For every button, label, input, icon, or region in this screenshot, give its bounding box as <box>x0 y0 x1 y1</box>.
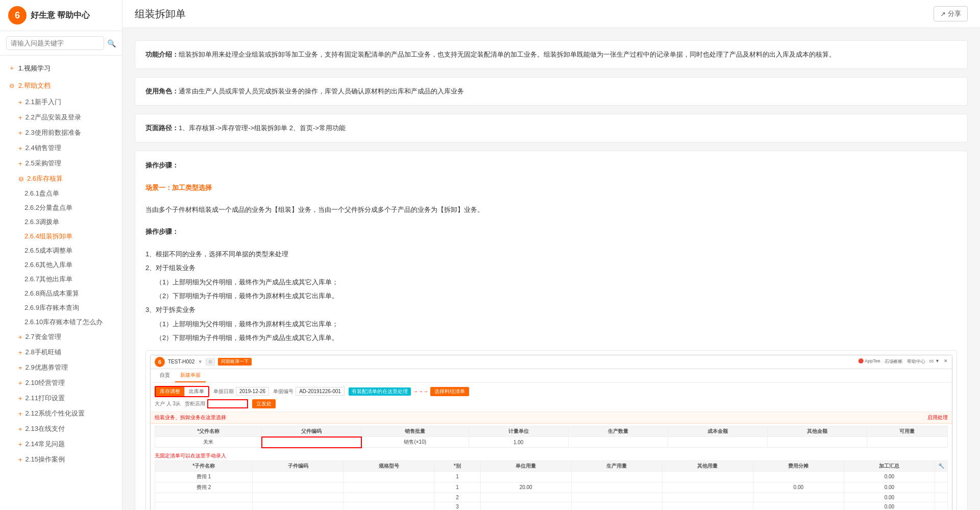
sidebar-sub-docs: + 2.1新手入门 + 2.2产品安装及登录 + 2.3使用前数据准备 + 2.… <box>0 94 122 467</box>
mock-number-input[interactable]: AD-20191226-001 <box>296 387 345 396</box>
mock-type-selector: 库存调整 出库单 <box>155 386 209 397</box>
intro-card: 功能介绍：组装拆卸单用来处理企业组装或拆卸等加工业务，支持有固定装配清单的产品加… <box>135 40 968 69</box>
sidebar-item-sales[interactable]: + 2.4销售管理 <box>0 140 122 156</box>
sidebar-item-custom[interactable]: + 2.12系统个性化设置 <box>0 406 122 421</box>
role-card: 使用角色：通常由生产人员或库管人员完成拆装业务的操作，库管人员确认原材料的出库和… <box>135 77 968 106</box>
sidebar-sub-inventory: 2.6.1盘点单 2.6.2分量盘点单 2.6.3调拨单 2.6.4组装拆卸单 … <box>0 186 122 329</box>
sub-table-row: 费用 2120.000.000.00 <box>155 482 948 493</box>
main-header: 组装拆卸单 ↗ 分享 <box>122 0 980 28</box>
table-row: 关米 销售(×10) 1.00 <box>155 437 948 448</box>
sidebar-item-other-out[interactable]: 2.6.7其他出库单 <box>0 272 122 286</box>
sidebar-item-count2[interactable]: 2.6.2分量盘点单 <box>0 201 122 215</box>
mock-form-area: 库存调整 出库单 单据日期 2019-12-26 单据编号 AD-2019122… <box>151 383 952 412</box>
sidebar-item-other-in[interactable]: 2.6.6其他入库单 <box>0 258 122 272</box>
sidebar-item-operation[interactable]: + 2.10经营管理 <box>0 375 122 391</box>
sidebar-item-stock-error[interactable]: 2.6.10库存账本错了怎么办 <box>0 315 122 329</box>
mock-period: ⚙ <box>206 358 215 366</box>
step2: 2、对于组装业务 <box>145 262 957 274</box>
scene-desc: 当由多个子件材料组装成一个成品的业务为【组装】业务，当由一个父件拆分成多个子产品… <box>145 204 957 215</box>
mock-select-btn[interactable]: 选择料结清单 <box>430 387 469 396</box>
steps-sub-title: 操作步骤： <box>145 226 957 237</box>
mock-company: TEST-H002 <box>168 359 194 365</box>
sidebar-item-assembly[interactable]: 2.6.4组装拆卸单 <box>0 229 122 244</box>
mock-logo: 6 <box>155 357 165 367</box>
nav-list: + 1.视频学习 ⊖ 2.帮助文档 + 2.1新手入门 + 2.2产品安装及登录… <box>0 56 122 471</box>
mock-lower-table-wrap: 无固定清单可以在这里手动录入 *子件名称 子件编码 规格型号 *别 单位用量 <box>151 450 952 510</box>
steps-section: 操作步骤： 场景一：加工类型选择 当由多个子件材料组装成一个成品的业务为【组装】… <box>135 151 968 510</box>
sidebar-item-docs[interactable]: ⊖ 2.帮助文档 <box>0 77 122 94</box>
sidebar-item-cases[interactable]: + 2.15操作案例 <box>0 452 122 467</box>
mock-date-input[interactable]: 2019-12-26 <box>236 387 269 396</box>
sidebar-item-faq[interactable]: + 2.14常见问题 <box>0 436 122 452</box>
mock-ok-btn[interactable]: 立发处 <box>252 399 276 408</box>
step1: 1、根据不同的业务，选择不同单据的类型来处理 <box>145 248 957 260</box>
page-title: 组装拆卸单 <box>135 7 186 21</box>
mock-nav-home[interactable]: 自贡 <box>155 369 175 382</box>
sidebar-item-print[interactable]: + 2.11打印设置 <box>0 391 122 406</box>
minus-icon: ⊖ <box>8 82 15 89</box>
sidebar-item-count[interactable]: 2.6.1盘点单 <box>0 186 122 201</box>
sidebar-item-install[interactable]: + 2.2产品安装及登录 <box>0 110 122 125</box>
sidebar-item-cost-reset[interactable]: 2.6.8商品成本重算 <box>0 286 122 301</box>
search-box: 🔍 <box>0 31 122 56</box>
sidebar-item-adjust[interactable]: 2.6.3调拨单 <box>0 215 122 229</box>
mock-highlight-text: 有装配清单的在这里处理 <box>349 387 411 396</box>
plus-icon: + <box>8 65 15 72</box>
sidebar-item-purchase[interactable]: + 2.5采购管理 <box>0 156 122 171</box>
step3-1: （1）上部明细为父件明细，最终作为原材料生成其它出库单； <box>145 318 957 330</box>
step2-2: （2）下部明细为子件明细，最终作为原材料生成其它出库单。 <box>145 290 957 302</box>
main-content: 功能介绍：组装拆卸单用来处理企业组装或拆卸等加工业务，支持有固定装配清单的产品加… <box>122 28 980 510</box>
mock-period-btn[interactable]: 同期账薄一下 <box>218 358 252 366</box>
search-input[interactable] <box>6 36 104 50</box>
sub-table-row: 30.00 <box>155 502 948 510</box>
share-icon: ↗ <box>940 10 946 18</box>
screenshot-inner: 6 TEST-H002 ▼ ⚙ 同期账薄一下 🔴 AppTee 石场帐帐 帮助中… <box>150 355 952 510</box>
scene-title: 场景一：加工类型选择 <box>145 182 957 193</box>
mock-subnav: 自贡 新建单据 <box>151 369 952 383</box>
logo-text: 好生意 帮助中心 <box>31 10 90 21</box>
screenshot-container: 6 TEST-H002 ▼ ⚙ 同期账薄一下 🔴 AppTee 石场帐帐 帮助中… <box>145 350 957 510</box>
sidebar-item-video[interactable]: + 1.视频学习 <box>0 60 122 77</box>
mock-type-assembly[interactable]: 库存调整 <box>156 387 184 396</box>
path-card: 页面路径：1、库存核算->库存管理->组装拆卸单 2、首页->常用功能 <box>135 114 968 142</box>
mock-type-disassembly[interactable]: 出库单 <box>184 387 208 396</box>
sidebar-item-new[interactable]: + 2.1新手入门 <box>0 94 122 110</box>
sub-table-row: 20.00 <box>155 493 948 502</box>
step2-1: （1）上部明细为父件明细，最终作为产成品生成其它入库单； <box>145 276 957 288</box>
main-area: 组装拆卸单 ↗ 分享 功能介绍：组装拆卸单用来处理企业组装或拆卸等加工业务，支持… <box>122 0 980 510</box>
share-button[interactable]: ↗ 分享 <box>934 6 968 21</box>
sidebar-item-stock-check[interactable]: 2.6.9库存账本查询 <box>0 301 122 315</box>
sidebar-item-data[interactable]: + 2.3使用前数据准备 <box>0 125 122 140</box>
steps-title: 操作步骤： <box>145 159 957 171</box>
mock-field-input[interactable] <box>207 399 248 408</box>
mock-annotation-bar: 组装业务、拆卸业务在这里选择 启用处理 <box>151 412 952 424</box>
sidebar-item-online-pay[interactable]: + 2.13在线支付 <box>0 421 122 436</box>
sidebar-header: 6 好生意 帮助中心 <box>0 0 122 31</box>
mock-upper-table-wrap: *父件名称 父件编码 销售批量 计量单位 生产数量 成本金额 其他金额 可用量 <box>151 424 952 450</box>
step3: 3、对于拆卖业务 <box>145 304 957 315</box>
sub-table-row: 费用 110.00 <box>155 471 948 482</box>
logo-icon: 6 <box>8 6 27 25</box>
sidebar-item-cost[interactable]: 2.6.5成本调整单 <box>0 244 122 258</box>
mock-lower-table: *子件名称 子件编码 规格型号 *别 单位用量 生产用量 其他用量 费用分摊 加 <box>155 460 948 510</box>
search-button[interactable]: 🔍 <box>107 39 116 47</box>
mock-nav-active[interactable]: 新建单据 <box>175 369 206 382</box>
mock-topbar: 6 TEST-H002 ▼ ⚙ 同期账薄一下 🔴 AppTee 石场帐帐 帮助中… <box>151 355 952 369</box>
mock-app: 6 TEST-H002 ▼ ⚙ 同期账薄一下 🔴 AppTee 石场帐帐 帮助中… <box>151 355 952 510</box>
sidebar: 6 好生意 帮助中心 🔍 + 1.视频学习 ⊖ 2.帮助文档 + 2.1新手入门… <box>0 0 122 510</box>
mock-annotation3: 无固定清单可以在这里手动录入 <box>155 451 948 460</box>
sidebar-item-inventory[interactable]: ⊖ 2.6库存核算 <box>0 171 122 186</box>
sidebar-item-coupon[interactable]: + 2.9优惠券管理 <box>0 360 122 375</box>
mock-upper-table: *父件名称 父件编码 销售批量 计量单位 生产数量 成本金额 其他金额 可用量 <box>155 426 948 448</box>
sidebar-item-mobile[interactable]: + 2.8手机旺铺 <box>0 345 122 360</box>
sidebar-item-finance[interactable]: + 2.7资金管理 <box>0 329 122 345</box>
step3-2: （2）下部明细为子件明细，最终作为产成品生成其它入库单。 <box>145 332 957 344</box>
